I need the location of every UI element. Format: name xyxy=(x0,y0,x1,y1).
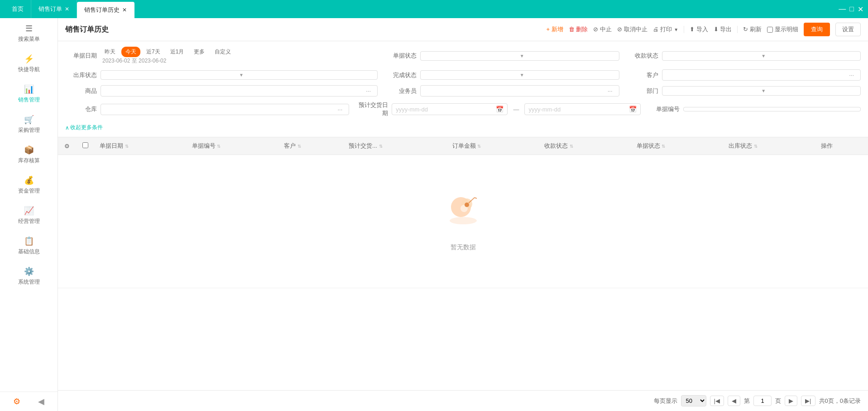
th-bill-status-label: 单据状态 xyxy=(637,142,660,149)
close-sales-order-tab[interactable]: ✕ xyxy=(65,6,69,12)
th-date[interactable]: 单据日期 ⇅ xyxy=(94,137,187,155)
page-number-input[interactable] xyxy=(753,396,772,406)
next-page-button[interactable]: ▶ xyxy=(785,396,797,406)
bill-status-select[interactable]: ▼ xyxy=(420,51,619,61)
import-button[interactable]: ⬆ 导入 xyxy=(690,25,708,34)
top-bar-actions: — □ ✕ xyxy=(839,5,863,14)
query-button[interactable]: 查询 xyxy=(804,23,830,36)
th-number[interactable]: 单据编号 ⇅ xyxy=(187,137,279,155)
th-bill-status[interactable]: 单据状态 ⇅ xyxy=(631,137,724,155)
table-header: ⚙ 单据日期 ⇅ 单据编号 ⇅ xyxy=(58,137,868,155)
first-page-button[interactable]: |◀ xyxy=(710,396,724,406)
sidebar-item-finance[interactable]: 💰 资金管理 xyxy=(0,170,58,200)
tab-sales-order[interactable]: 销售订单 ✕ xyxy=(31,0,77,18)
svg-point-0 xyxy=(450,217,477,224)
th-settings[interactable]: ⚙ xyxy=(58,137,76,155)
show-detail-checkbox[interactable] xyxy=(767,27,773,33)
date-btn-custom[interactable]: 自定义 xyxy=(211,47,235,57)
th-customer[interactable]: 客户 ⇅ xyxy=(278,137,343,155)
calendar-start-icon: 📅 xyxy=(496,106,504,113)
sidebar-item-search-menu[interactable]: ☰ 搜索菜单 xyxy=(0,18,58,48)
maximize-icon[interactable]: □ xyxy=(849,5,854,13)
sidebar-item-sales-mgmt[interactable]: 📊 销售管理 xyxy=(0,79,58,109)
customer-input[interactable]: ··· xyxy=(662,69,861,81)
cancel-stop-button[interactable]: ⊘ 取消中止 xyxy=(617,25,647,34)
collection-status-select[interactable]: ▼ xyxy=(662,51,861,61)
sidebar-item-label: 系统管理 xyxy=(18,278,40,286)
prev-page-button[interactable]: ◀ xyxy=(728,396,740,406)
warehouse-dots-icon[interactable]: ··· xyxy=(335,106,345,113)
th-amount[interactable]: 订单金额 ⇅ xyxy=(447,137,539,155)
th-collection-status[interactable]: 收款状态 ⇅ xyxy=(539,137,631,155)
department-select[interactable]: ▼ xyxy=(662,86,861,96)
tab-home[interactable]: 首页 xyxy=(5,0,31,18)
department-arrow-icon: ▼ xyxy=(761,88,857,93)
th-delivery-date-label: 预计交货... xyxy=(349,142,377,149)
complete-status-arrow-icon: ▼ xyxy=(520,73,615,77)
filter-cell-salesman: 业务员 ··· xyxy=(385,85,619,97)
customer-dots-icon[interactable]: ··· xyxy=(846,72,857,78)
sidebar-item-system[interactable]: ⚙️ 系统管理 xyxy=(0,261,58,291)
data-table: ⚙ 单据日期 ⇅ 单据编号 ⇅ xyxy=(58,137,868,288)
warehouse-input[interactable]: ··· xyxy=(101,104,349,115)
last-page-button[interactable]: ▶| xyxy=(801,396,815,406)
sidebar-settings-icon[interactable]: ⚙ xyxy=(13,396,20,406)
page-title: 销售订单历史 xyxy=(65,25,109,34)
delivery-date-end-input[interactable]: yyyy-mm-dd 📅 xyxy=(524,103,640,115)
goods-label: 商品 xyxy=(65,87,97,95)
delete-button[interactable]: 🗑 删除 xyxy=(569,25,588,34)
show-detail-checkbox-label[interactable]: 显示明细 xyxy=(767,25,798,34)
close-sales-history-tab[interactable]: ✕ xyxy=(122,7,127,13)
sidebar-item-purchase-mgmt[interactable]: 🛒 采购管理 xyxy=(0,109,58,140)
sidebar-collapse-icon[interactable]: ◀ xyxy=(38,396,44,406)
department-label: 部门 xyxy=(627,87,658,95)
page-size-select[interactable]: 50 10 20 100 xyxy=(681,395,706,406)
date-btn-1month[interactable]: 近1月 xyxy=(166,47,188,57)
print-button[interactable]: 🖨 打印 ▼ xyxy=(653,25,679,34)
complete-status-select[interactable]: ▼ xyxy=(420,70,619,80)
sort-delivery-status-icon: ⇅ xyxy=(754,144,758,149)
date-btn-today[interactable]: 今天 xyxy=(121,47,140,57)
bill-number-input[interactable] xyxy=(683,107,861,111)
delivery-status-label: 出库状态 xyxy=(65,71,97,79)
date-range-display: 2023-06-02 至 2023-06-02 xyxy=(102,57,378,65)
th-delivery-status[interactable]: 出库状态 ⇅ xyxy=(723,137,815,155)
sidebar-item-quick-nav[interactable]: ⚡ 快捷导航 xyxy=(0,48,58,79)
bill-status-arrow-icon: ▼ xyxy=(520,53,615,58)
sort-bill-status-icon: ⇅ xyxy=(662,144,665,149)
filter-cell-collection-status: 收款状态 ▼ xyxy=(627,51,861,61)
salesman-dots-icon[interactable]: ··· xyxy=(605,87,615,94)
th-collection-label: 收款状态 xyxy=(544,142,568,149)
settings-gear-icon[interactable]: ⚙ xyxy=(64,143,70,150)
goods-input[interactable]: ··· xyxy=(101,85,378,97)
salesman-input[interactable]: ··· xyxy=(420,85,619,97)
collapse-button[interactable]: ∧ 收起更多条件 xyxy=(65,124,861,131)
stop-button[interactable]: ⊘ 中止 xyxy=(593,25,612,34)
sidebar-item-basic-info[interactable]: 📋 基础信息 xyxy=(0,231,58,261)
delivery-status-select[interactable]: ▼ xyxy=(101,70,378,80)
select-all-checkbox[interactable] xyxy=(82,142,88,148)
date-btn-more[interactable]: 更多 xyxy=(190,47,209,57)
tab-sales-history[interactable]: 销售订单历史 ✕ xyxy=(77,2,134,18)
date-btn-7days[interactable]: 近7天 xyxy=(142,47,164,57)
date-btn-yesterday[interactable]: 昨天 xyxy=(101,47,120,57)
th-checkbox[interactable] xyxy=(76,137,94,155)
export-button[interactable]: ⬇ 导出 xyxy=(714,25,732,34)
page-label-post: 页 xyxy=(775,397,781,405)
filter-row-3: 商品 ··· 业务员 ··· 部门 xyxy=(65,85,861,97)
minimize-icon[interactable]: — xyxy=(839,5,846,13)
th-operation-label: 操作 xyxy=(821,142,833,149)
delivery-date-start-input[interactable]: yyyy-mm-dd 📅 xyxy=(392,103,508,115)
refresh-button[interactable]: ↻ 刷新 xyxy=(743,25,762,34)
settings-button[interactable]: 设置 xyxy=(835,23,861,36)
sidebar-item-label: 快捷导航 xyxy=(18,66,40,73)
new-button[interactable]: + 新增 xyxy=(547,25,563,34)
sidebar-item-inventory[interactable]: 📦 库存核算 xyxy=(0,140,58,170)
th-delivery-date[interactable]: 预计交货... ⇅ xyxy=(343,137,447,155)
sidebar-item-operations[interactable]: 📈 经营管理 xyxy=(0,200,58,231)
page-size-label: 每页显示 xyxy=(654,397,677,405)
close-app-icon[interactable]: ✕ xyxy=(858,5,863,14)
toolbar: + 新增 🗑 删除 ⊘ 中止 ⊘ 取消中止 🖨 打印 ▼ ⬆ 导入 ⬇ 导出 ↻… xyxy=(547,23,861,36)
goods-dots-icon[interactable]: ··· xyxy=(363,87,374,94)
sort-amount-icon: ⇅ xyxy=(477,144,481,149)
